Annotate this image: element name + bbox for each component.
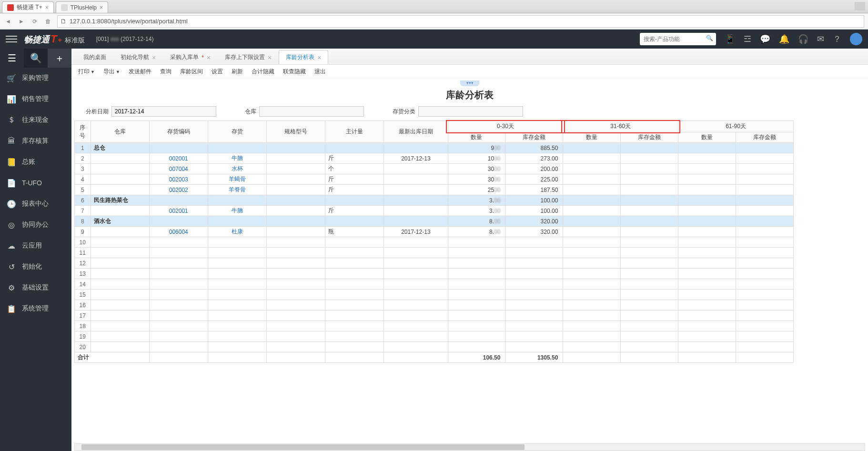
help-icon[interactable]: ？: [833, 33, 841, 45]
nav-item-2[interactable]: ＄往来现金: [0, 110, 71, 130]
filter-date-input[interactable]: [111, 106, 216, 117]
close-icon[interactable]: ×: [207, 54, 211, 61]
tool-0[interactable]: 打印 ▼: [78, 68, 95, 76]
cell-name[interactable]: 杜康: [208, 227, 266, 237]
cell-name[interactable]: 羊蝎骨: [208, 174, 266, 185]
browser-tab-2[interactable]: TPlusHelp ×: [56, 1, 108, 13]
table-row[interactable]: 3007004水杯个3000200.00: [75, 164, 794, 174]
tool-3[interactable]: 查询: [160, 68, 172, 76]
table-row[interactable]: 1总仓900885.50: [75, 143, 794, 153]
cell-code[interactable]: 007004: [149, 164, 208, 174]
cell-code[interactable]: 002002: [149, 185, 208, 195]
nav-add-icon[interactable]: ＋: [48, 49, 71, 68]
cell-code[interactable]: 002001: [149, 206, 208, 216]
global-search[interactable]: 🔍: [640, 33, 716, 45]
hamburger-icon[interactable]: [6, 33, 17, 45]
nav-item-8[interactable]: ☁云应用: [0, 235, 71, 256]
table-row[interactable]: 13: [75, 269, 794, 279]
table-row[interactable]: 11: [75, 248, 794, 258]
bell-icon[interactable]: 🔔: [779, 34, 789, 44]
collapse-handle[interactable]: ▾▾▾: [71, 79, 868, 86]
address-bar[interactable]: 🗋 127.0.0.1:8080/tplus/view/portal/porta…: [57, 15, 864, 28]
mobile-icon[interactable]: 📱: [725, 34, 735, 44]
filter-category-input[interactable]: [418, 106, 523, 117]
workspace-tab-4[interactable]: 库龄分析表×: [279, 50, 328, 64]
cell-code[interactable]: 006004: [149, 227, 208, 237]
close-icon[interactable]: ×: [268, 54, 272, 61]
table-row[interactable]: 14: [75, 279, 794, 290]
cell-name[interactable]: 牛腩: [208, 153, 266, 164]
cell-code[interactable]: 002003: [149, 174, 208, 185]
nav-item-7[interactable]: ◎协同办公: [0, 214, 71, 235]
cell-name[interactable]: 牛腩: [208, 206, 266, 216]
tool-7[interactable]: 合计隐藏: [252, 68, 274, 76]
tool-2[interactable]: 发送邮件: [129, 68, 151, 76]
browser-tab-1[interactable]: 畅捷通 T+ ×: [2, 1, 54, 13]
nav-item-6[interactable]: 🕒报表中心: [0, 193, 71, 214]
filter-warehouse-input[interactable]: [259, 106, 364, 117]
workspace-tab-3[interactable]: 库存上下限设置×: [218, 50, 279, 64]
nav-item-10[interactable]: ⚙基础设置: [0, 277, 71, 298]
table-row[interactable]: 17: [75, 311, 794, 321]
table-row[interactable]: 19: [75, 331, 794, 342]
tool-6[interactable]: 刷新: [232, 68, 243, 76]
table-row[interactable]: 9006004杜康瓶2017-12-138.00320.00: [75, 227, 794, 237]
table-container[interactable]: 序号 仓库 存货编码 存货 规格型号 主计量 最新出库日期 0-30天 31-6…: [71, 120, 868, 443]
window-restore-icon[interactable]: [855, 2, 865, 10]
support-icon[interactable]: 🎧: [798, 34, 808, 44]
cell-code[interactable]: 002001: [149, 153, 208, 164]
back-icon[interactable]: ◄: [4, 17, 12, 26]
table-row[interactable]: 12: [75, 258, 794, 269]
tool-1[interactable]: 导出 ▼: [103, 68, 120, 76]
nav-item-3[interactable]: 🏛库存核算: [0, 130, 71, 151]
search-icon[interactable]: 🔍: [706, 35, 713, 41]
forward-icon[interactable]: ►: [17, 17, 26, 26]
horizontal-scrollbar[interactable]: [74, 443, 865, 451]
table-row[interactable]: 16: [75, 300, 794, 311]
tool-8[interactable]: 联查隐藏: [283, 68, 306, 76]
tool-5[interactable]: 设置: [212, 68, 223, 76]
nav-search-icon[interactable]: 🔍: [24, 49, 48, 68]
nav-item-4[interactable]: 📒总账: [0, 151, 71, 172]
nav-item-0[interactable]: 🛒采购管理: [0, 68, 71, 89]
table-row[interactable]: 15: [75, 290, 794, 300]
avatar[interactable]: [850, 33, 862, 45]
table-row[interactable]: 7002001牛腩斤3.00100.00: [75, 206, 794, 216]
cell-name[interactable]: 羊脊骨: [208, 185, 266, 195]
close-icon[interactable]: ×: [152, 54, 156, 61]
list-icon[interactable]: ☲: [744, 34, 751, 44]
table-row[interactable]: 6民生路热菜仓3.00100.00: [75, 195, 794, 206]
nav-icon: 📒: [7, 158, 16, 167]
table-row[interactable]: 4002003羊蝎骨斤3000225.00: [75, 174, 794, 185]
workspace-tab-1[interactable]: 初始化导航×: [113, 50, 163, 64]
close-icon[interactable]: ×: [317, 54, 321, 61]
cell-code: [149, 143, 208, 153]
table-row[interactable]: 10: [75, 237, 794, 248]
collapse-nav-icon[interactable]: ☰: [0, 49, 24, 68]
message-icon[interactable]: 💬: [760, 34, 770, 44]
close-icon[interactable]: ×: [100, 4, 103, 11]
search-input[interactable]: [640, 33, 716, 45]
table-row[interactable]: 2002001牛腩斤2017-12-131000273.00: [75, 153, 794, 164]
nav-item-9[interactable]: ↺初始化: [0, 256, 71, 277]
nav-item-1[interactable]: 📊销售管理: [0, 89, 71, 110]
cell-amt-1: [621, 279, 678, 290]
workspace-tab-2[interactable]: 采购入库单*×: [163, 50, 218, 64]
cell-qty-1: [563, 185, 621, 195]
feedback-icon[interactable]: ✉: [817, 34, 824, 44]
nav-item-5[interactable]: 📄T-UFO: [0, 172, 71, 193]
table-row[interactable]: 18: [75, 321, 794, 331]
workspace-tab-0[interactable]: 我的桌面: [76, 50, 113, 64]
close-icon[interactable]: ×: [45, 4, 49, 11]
tool-4[interactable]: 库龄区间: [180, 68, 203, 76]
nav-label: 总账: [22, 158, 35, 166]
reload-icon[interactable]: ⟳: [30, 17, 39, 26]
cell-name[interactable]: 水杯: [208, 164, 266, 174]
nav-item-11[interactable]: 📋系统管理: [0, 298, 71, 319]
table-row[interactable]: 8酒水仓8.00320.00: [75, 216, 794, 227]
cell-code: [149, 269, 208, 279]
stop-icon[interactable]: 🗑: [44, 17, 52, 26]
tool-9[interactable]: 退出: [314, 68, 326, 76]
table-row[interactable]: 20: [75, 342, 794, 352]
table-row[interactable]: 5002002羊脊骨斤2500187.50: [75, 185, 794, 195]
